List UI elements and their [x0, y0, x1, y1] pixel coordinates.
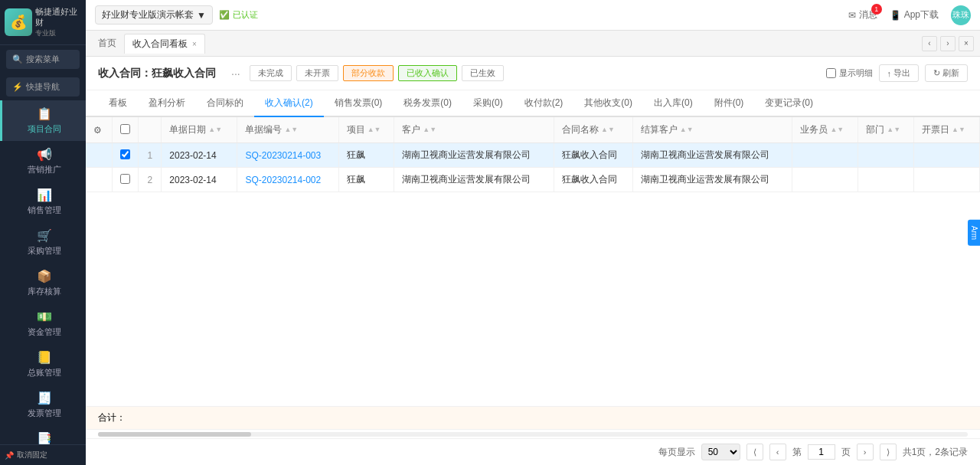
sidebar-item-marketing[interactable]: 📢营销推广 — [0, 141, 86, 182]
user-avatar[interactable]: 珠珠 — [951, 5, 971, 25]
show-detail-input[interactable] — [826, 68, 836, 78]
row-invoice-date — [914, 143, 980, 168]
status-tag-2[interactable]: 部分收款 — [343, 65, 394, 81]
th-salesman[interactable]: 业务员▲▼ — [792, 117, 858, 143]
status-tags: 未完成未开票部分收款已收入确认已生效 — [250, 65, 504, 81]
row-salesman — [792, 168, 858, 192]
sidebar-item-capital[interactable]: 💵资金管理 — [0, 303, 86, 344]
sidebar-footer[interactable]: 📌 取消固定 — [0, 444, 86, 465]
subtab-2[interactable]: 合同标的 — [196, 90, 254, 117]
select-all-checkbox[interactable] — [120, 124, 130, 134]
check-icon: ✅ — [219, 10, 230, 20]
subtab-9[interactable]: 出入库(0) — [643, 90, 704, 117]
row-checkbox[interactable] — [120, 149, 130, 159]
sidebar-item-purchase[interactable]: 🛒采购管理 — [0, 222, 86, 263]
row-checkbox-cell[interactable] — [113, 168, 139, 192]
subtab-5[interactable]: 税务发票(0) — [393, 90, 462, 117]
subtab-3[interactable]: 收入确认(2) — [254, 90, 324, 117]
row-code-link[interactable]: SQ-20230214-003 — [245, 150, 321, 161]
pagination: 每页显示 2050100 ⟨ ‹ 第 页 › ⟩ 共1页，2条记录 — [86, 438, 980, 465]
sidebar-item-sales[interactable]: 📊销售管理 — [0, 182, 86, 222]
sidebar-item-label: 库存核算 — [28, 286, 61, 297]
app-download-button[interactable]: 📱 App下载 — [890, 8, 939, 21]
th-project[interactable]: 项目▲▼ — [338, 117, 394, 143]
messages-badge: 1 — [871, 4, 882, 15]
th-contract[interactable]: 合同名称▲▼ — [554, 117, 633, 143]
row-dept — [858, 168, 914, 192]
th-date[interactable]: 单据日期▲▼ — [162, 117, 237, 143]
status-tag-3[interactable]: 已收入确认 — [398, 65, 457, 81]
tab-income-contract[interactable]: 收入合同看板 × — [124, 34, 205, 54]
sidebar-item-tax[interactable]: 📑税务管理 — [0, 425, 86, 444]
th-customer[interactable]: 客户▲▼ — [394, 117, 554, 143]
content-title: 收入合同：狂飙收入合同 — [98, 67, 216, 80]
subtab-10[interactable]: 附件(0) — [704, 90, 755, 117]
quick-nav-button[interactable]: ⚡ 快捷导航 — [6, 77, 80, 97]
page-suffix: 页 — [841, 446, 851, 459]
sidebar-item-label: 营销推广 — [28, 164, 61, 175]
subtab-7[interactable]: 收付款(2) — [514, 90, 574, 117]
sidebar-item-inventory[interactable]: 📦库存核算 — [0, 263, 86, 303]
total-info: 共1页，2条记录 — [903, 446, 968, 459]
first-page-button[interactable]: ⟨ — [746, 444, 763, 460]
th-settle-customer[interactable]: 结算客户▲▼ — [632, 117, 792, 143]
row-code-link[interactable]: SQ-20230214-002 — [245, 175, 321, 185]
project-sort-icon: ▲▼ — [368, 127, 381, 133]
sidebar-item-general[interactable]: 📒总账管理 — [0, 344, 86, 385]
show-detail-checkbox[interactable]: 显示明细 — [826, 67, 873, 79]
tabbar-navigation: ‹ › × — [922, 36, 974, 51]
last-page-button[interactable]: ⟩ — [880, 444, 897, 460]
export-button[interactable]: ↑ 导出 — [879, 64, 920, 82]
messages-button[interactable]: ✉ 消息 1 — [848, 8, 877, 21]
sidebar-nav: 📋项目合同📢营销推广📊销售管理🛒采购管理📦库存核算💵资金管理📒总账管理🧾发票管理… — [0, 100, 86, 444]
table-row[interactable]: 1 2023-02-14 SQ-20230214-003 狂飙 湖南卫视商业运营… — [86, 143, 980, 168]
more-button[interactable]: ··· — [231, 67, 240, 80]
subtab-8[interactable]: 其他收支(0) — [573, 90, 643, 117]
table-container[interactable]: ⚙ 单据日期▲▼ 单据编号▲▼ 项目▲▼ 客户▲▼ 合同名称▲▼ 结算客户▲▼ … — [86, 117, 980, 406]
subtab-6[interactable]: 采购(0) — [462, 90, 514, 117]
subtab-11[interactable]: 变更记录(0) — [754, 90, 824, 117]
contract-sort-icon: ▲▼ — [601, 127, 615, 133]
sidebar-item-label: 项目合同 — [28, 123, 61, 135]
subtab-1[interactable]: 盈利分析 — [138, 90, 196, 117]
row-checkbox-cell[interactable] — [113, 143, 139, 168]
scrollbar-area[interactable] — [86, 429, 980, 438]
row-code[interactable]: SQ-20230214-003 — [237, 143, 338, 168]
tab-home[interactable]: 首页 — [92, 34, 122, 53]
table-row[interactable]: 2 2023-02-14 SQ-20230214-002 狂飙 湖南卫视商业运营… — [86, 168, 980, 192]
search-menu-button[interactable]: 🔍 搜索菜单 — [6, 50, 80, 69]
status-tag-0[interactable]: 未完成 — [250, 65, 292, 81]
tab-close-button[interactable]: × — [192, 40, 197, 48]
float-arm-button[interactable]: Arm — [968, 219, 980, 245]
sidebar-item-label: 发票管理 — [28, 408, 61, 419]
sidebar-item-project[interactable]: 📋项目合同 — [0, 100, 86, 141]
th-code[interactable]: 单据编号▲▼ — [237, 117, 338, 143]
page-input[interactable] — [808, 444, 835, 460]
scrollbar-thumb[interactable] — [98, 432, 251, 437]
sidebar-search-area: 🔍 搜索菜单 — [0, 45, 86, 74]
status-tag-1[interactable]: 未开票 — [296, 65, 338, 81]
prev-page-button[interactable]: ‹ — [769, 444, 786, 460]
next-page-button[interactable]: › — [857, 444, 874, 460]
row-code[interactable]: SQ-20230214-002 — [237, 168, 338, 192]
status-tag-4[interactable]: 已生效 — [462, 65, 504, 81]
th-settings[interactable]: ⚙ — [86, 117, 113, 143]
sidebar-item-invoice[interactable]: 🧾发票管理 — [0, 385, 86, 425]
refresh-button[interactable]: ↻ 刷新 — [925, 64, 968, 82]
th-num — [139, 117, 162, 143]
invoice-date-sort-icon: ▲▼ — [952, 127, 965, 133]
company-selector[interactable]: 好业财专业版演示帐套 ▼ — [95, 5, 213, 25]
content-area: 收入合同：狂飙收入合同 ··· 未完成未开票部分收款已收入确认已生效 显示明细 … — [86, 57, 980, 465]
subtab-0[interactable]: 看板 — [98, 90, 138, 117]
row-checkbox[interactable] — [120, 174, 130, 184]
tab-close-all-button[interactable]: × — [959, 36, 974, 51]
tab-prev-button[interactable]: ‹ — [922, 36, 937, 51]
tab-next-button[interactable]: › — [940, 36, 956, 51]
th-dept[interactable]: 部门▲▼ — [858, 117, 914, 143]
sidebar-logo: 💰 畅捷通好业财 专业版 — [0, 0, 86, 45]
subtab-4[interactable]: 销售发票(0) — [324, 90, 394, 117]
per-page-select[interactable]: 2050100 — [701, 444, 740, 460]
general-icon: 📒 — [37, 350, 52, 365]
main-area: 好业财专业版演示帐套 ▼ ✅ 已认证 ✉ 消息 1 📱 App下载 珠珠 首页 — [86, 0, 980, 465]
th-invoice-date[interactable]: 开票日▲▼ — [914, 117, 980, 143]
